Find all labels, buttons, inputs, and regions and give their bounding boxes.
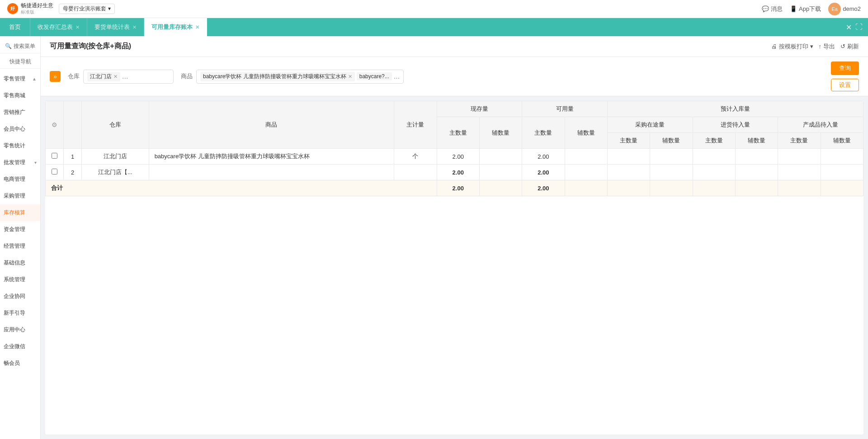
cell-checkbox[interactable] [46,149,64,165]
cell-product [149,165,394,180]
sidebar-item-newguide[interactable]: 新手引导 [0,305,40,321]
cell-current-main: 2.00 [437,165,479,180]
product-tag2: babycare?... [357,72,392,80]
cell-purchase-main [607,165,650,180]
download-label: App下载 [799,5,821,13]
cell-unit [394,165,437,180]
chevron-down-icon: ▾ [108,5,111,12]
query-btn[interactable]: 查询 [831,61,859,75]
sidebar-item-inventory[interactable]: 库存核算 [0,204,40,221]
col-available-aux: 辅数量 [565,117,607,149]
logo-icon: 好 [7,3,18,14]
col-purchase-main: 主数量 [607,133,650,149]
row-checkbox[interactable] [52,153,57,159]
sidebar-item-ecommerce[interactable]: 电商管理 [0,171,40,188]
sidebar-item-retailstats[interactable]: 零售统计 [0,137,40,154]
filter-actions: 查询 设置 [831,61,859,91]
tab-order-close[interactable]: ✕ [132,24,137,30]
table-area: ⚙ 仓库 商品 主计量 现存量 可用量 预计入库量 主数量 辅数量 主数量 [45,101,863,434]
sidebar-quicknav[interactable]: 快捷导航 [0,55,40,69]
page-header: 可用量查询(按仓库+商品) 🖨 按模板打印 ▾ ↑ 导出 ↺ 刷新 [41,36,868,57]
sidebar: 🔍 搜索菜单 快捷导航 零售管理 ▲ 零售商城 营销推广 会员中心 零售统计 批… [0,36,41,439]
tab-order-label: 要货单统计表 [94,23,130,31]
tab-close-all-icon[interactable]: ✕ [846,23,852,32]
total-available-main: 2.00 [522,180,565,196]
sidebar-item-purchase[interactable]: 采购管理 [0,188,40,204]
product-value2: babycare?... [359,73,389,80]
table-total-row: 合计 2.00 2.00 [46,180,863,196]
sidebar-item-marketing[interactable]: 营销推广 [0,104,40,121]
dropdown-icon: ▾ [810,43,813,50]
top-bar-left: 好 畅捷通好生意 标准版 母婴行业演示账套 ▾ [7,2,115,15]
export-btn[interactable]: ↑ 导出 [819,42,835,51]
tab-available-label: 可用量库存账本 [151,23,193,31]
industry-selector[interactable]: 母婴行业演示账套 ▾ [59,4,115,14]
print-label: 按模板打印 [779,42,808,51]
filter-expand-btn[interactable]: » [50,71,61,82]
sidebar-item-appcenter[interactable]: 应用中心 [0,321,40,338]
tab-receipt[interactable]: 收发存汇总表 ✕ [30,18,87,36]
warehouse-dots[interactable]: ... [122,72,128,80]
cell-purchase-main [607,149,650,165]
warehouse-input[interactable]: 江北门店 ✕ ... [83,70,174,84]
tab-available[interactable]: 可用量库存账本 ✕ [144,18,207,36]
col-current-main: 主数量 [437,117,479,149]
sidebar-item-enterprise[interactable]: 企业协同 [0,288,40,305]
sidebar-item-member[interactable]: 会员中心 [0,121,40,137]
print-btn[interactable]: 🖨 按模板打印 ▾ [771,42,813,51]
tab-order[interactable]: 要货单统计表 ✕ [87,18,144,36]
download-btn[interactable]: 📱 App下载 [790,5,821,13]
col-num [64,101,82,149]
cell-available-main: 2.00 [522,149,565,165]
top-bar: 好 畅捷通好生意 标准版 母婴行业演示账套 ▾ 💬 消息 📱 App下载 Ea … [0,0,868,18]
tab-home[interactable]: 首页 [0,18,30,36]
cell-num: 2 [64,165,82,180]
message-icon: 💬 [762,5,769,12]
sidebar-item-retail[interactable]: 零售管理 ▲ [0,71,40,87]
page-actions: 🖨 按模板打印 ▾ ↑ 导出 ↺ 刷新 [771,42,859,51]
col-planned-in: 预计入库量 [607,101,863,117]
cell-num: 1 [64,149,82,165]
product-remove1[interactable]: ✕ [348,74,352,80]
cell-product: babycare学饮杯 儿童防摔防撞吸管杯重力球吸嘴杯宝宝水杯 [149,149,394,165]
product-dots[interactable]: ... [394,72,400,80]
setting-btn[interactable]: 设置 [831,79,859,91]
col-production-main: 主数量 [778,133,821,149]
warehouse-remove[interactable]: ✕ [113,74,118,80]
sidebar-item-finance[interactable]: 资金管理 [0,221,40,238]
cell-incoming-aux [735,165,778,180]
industry-label: 母婴行业演示账套 [63,5,106,13]
user-section[interactable]: Ea demo2 [828,3,861,15]
cell-checkbox[interactable] [46,165,64,180]
sidebar-item-operations[interactable]: 经营管理 [0,238,40,255]
warehouse-label: 仓库 [68,72,80,80]
page-title: 可用量查询(按仓库+商品) [50,42,131,51]
cell-incoming-main [693,165,735,180]
tab-receipt-close[interactable]: ✕ [75,24,80,30]
sidebar-item-system[interactable]: 系统管理 [0,271,40,288]
sidebar-item-wholesale[interactable]: 批发管理 ▾ [0,154,40,171]
sidebar-item-member2[interactable]: 畅会员 [0,355,40,372]
tab-fullscreen-icon[interactable]: ⛶ [855,23,863,31]
filter-bar: » 仓库 江北门店 ✕ ... 商品 babycare学饮杯 儿童防摔防撞吸管杯… [41,57,868,96]
tab-available-close[interactable]: ✕ [195,24,199,30]
col-purchase-aux: 辅数量 [650,133,693,149]
sidebar-search[interactable]: 🔍 搜索菜单 [0,40,40,53]
sidebar-item-basic[interactable]: 基础信息 [0,255,40,271]
gear-icon[interactable]: ⚙ [52,121,57,128]
message-btn[interactable]: 💬 消息 [762,5,783,13]
product-input[interactable]: babycare学饮杯 儿童防摔防撞吸管杯重力球吸嘴杯宝宝水杯 ✕ babyca… [196,70,404,84]
col-incoming-aux: 辅数量 [735,133,778,149]
username: demo2 [843,5,861,12]
row-checkbox[interactable] [52,169,57,175]
refresh-btn[interactable]: ↺ 刷新 [840,42,859,51]
sidebar-item-retailmall[interactable]: 零售商城 [0,87,40,104]
col-incoming-main: 主数量 [693,133,735,149]
tab-bar: 首页 收发存汇总表 ✕ 要货单统计表 ✕ 可用量库存账本 ✕ ✕ ⛶ [0,18,868,36]
chevron-icon-2: ▾ [34,160,37,165]
search-icon: 🔍 [5,43,12,49]
print-icon: 🖨 [771,43,777,50]
table-row: 2 江北门店【... 2.00 2.00 [46,165,863,180]
sidebar-item-corpwechat[interactable]: 企业微信 [0,338,40,355]
cell-production-main [778,149,821,165]
